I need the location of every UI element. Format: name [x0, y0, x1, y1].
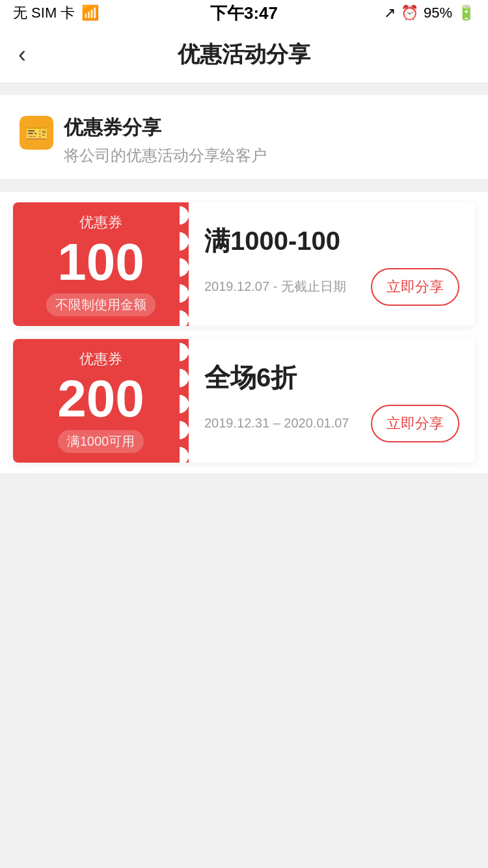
status-right: ↗ ⏰ 95% 🔋 — [384, 5, 475, 21]
wifi-icon: 📶 — [81, 5, 99, 21]
coupon-card-1: 优惠券 100 不限制使用金额 满1000-100 2019.12.07 - 无… — [13, 202, 475, 326]
coupon-value-1: 100 — [57, 236, 144, 288]
coupon-left-2: 优惠券 200 满1000可用 — [13, 339, 189, 463]
coupon-card-2: 优惠券 200 满1000可用 全场6折 2019.12.31 – 2020.0… — [13, 339, 475, 463]
status-bar: 无 SIM 卡 📶 下午3:47 ↗ ⏰ 95% 🔋 — [0, 0, 488, 26]
coupon-bottom-row-1: 2019.12.07 - 无截止日期 立即分享 — [204, 268, 459, 306]
coupon-name-2: 全场6折 — [204, 360, 459, 396]
coupon-name-1: 满1000-100 — [204, 223, 459, 259]
status-time: 下午3:47 — [210, 2, 278, 25]
coupon-date-2: 2019.12.31 – 2020.01.07 — [204, 416, 364, 431]
status-left: 无 SIM 卡 📶 — [13, 3, 99, 23]
alarm-icon: ⏰ — [401, 5, 418, 21]
section-header: 🎫 优惠券分享 将公司的优惠活动分享给客户 — [0, 95, 488, 179]
section-subtitle: 将公司的优惠活动分享给客户 — [64, 145, 267, 166]
nav-bar: ‹ 优惠活动分享 — [0, 26, 488, 83]
coupon-bottom-row-2: 2019.12.31 – 2020.01.07 立即分享 — [204, 405, 459, 442]
coupon-label-2: 优惠券 — [79, 349, 122, 369]
coupon-right-2: 全场6折 2019.12.31 – 2020.01.07 立即分享 — [189, 339, 475, 463]
coupon-share-button-2[interactable]: 立即分享 — [371, 405, 459, 442]
page-title: 优惠活动分享 — [178, 40, 310, 70]
coupon-date-1: 2019.12.07 - 无截止日期 — [204, 278, 364, 295]
carrier-text: 无 SIM 卡 — [13, 3, 75, 23]
battery-icon: 🔋 — [457, 5, 475, 21]
coupon-left-1: 优惠券 100 不限制使用金额 — [13, 202, 189, 326]
section-icon: 🎫 — [20, 116, 53, 150]
coupons-list: 优惠券 100 不限制使用金额 满1000-100 2019.12.07 - 无… — [0, 192, 488, 473]
coupon-value-2: 200 — [57, 373, 144, 425]
coupon-label-1: 优惠券 — [79, 213, 122, 232]
coupon-condition-1: 不限制使用金额 — [46, 293, 156, 316]
section-title: 优惠券分享 — [64, 115, 267, 141]
section-text: 优惠券分享 将公司的优惠活动分享给客户 — [64, 115, 267, 166]
coupon-condition-2: 满1000可用 — [58, 430, 144, 453]
location-icon: ↗ — [384, 5, 396, 21]
coupon-share-button-1[interactable]: 立即分享 — [371, 268, 459, 306]
section-separator — [0, 83, 488, 95]
battery-text: 95% — [424, 5, 452, 21]
bottom-background — [0, 473, 488, 863]
coupons-separator — [0, 180, 488, 192]
coupon-right-1: 满1000-100 2019.12.07 - 无截止日期 立即分享 — [189, 202, 475, 326]
back-button[interactable]: ‹ — [18, 41, 26, 68]
